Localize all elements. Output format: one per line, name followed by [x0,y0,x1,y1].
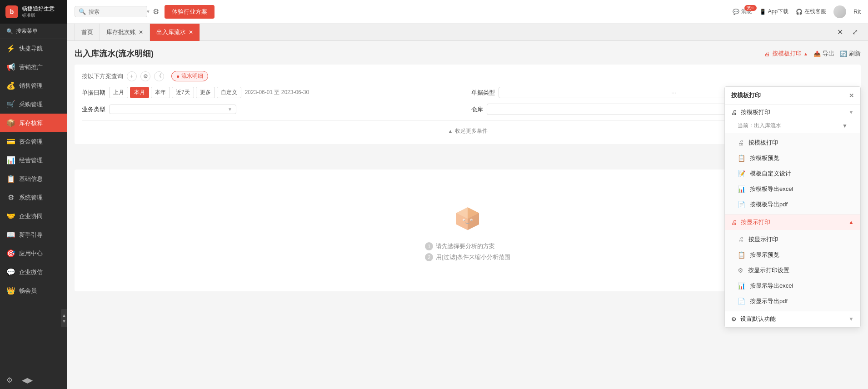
filter-add-btn[interactable]: + [127,71,137,81]
warehouse-label: 仓库 [471,105,483,114]
sidebar-item-guide[interactable]: 📖 新手引导 [0,225,67,244]
sidebar-search-label: 搜索菜单 [16,27,38,35]
sidebar-item-label: 资金管理 [19,138,43,146]
current-chevron: ▼ [842,123,848,129]
sidebar-nav: ⚡ 快捷导航 📢 营销推广 💰 销售管理 🛒 采购管理 📦 库存核算 💳 资金管… [0,39,67,371]
settings-bottom-icon[interactable]: ⚙ [6,376,13,384]
tab-flow[interactable]: 出入库流水 ✕ [150,24,200,41]
topbar-search-bar[interactable]: 🔍 ▼ [75,6,147,17]
search-dropdown-icon[interactable]: ▼ [146,9,150,14]
sidebar-item-sales[interactable]: 💰 销售管理 [0,76,67,95]
date-btn-this-month[interactable]: 本月 [130,87,149,98]
filter-collapse-btn[interactable]: 《 [154,71,164,81]
tab-home-label: 首页 [81,28,93,36]
topbar-gear-icon[interactable]: ⚙ [153,7,159,16]
tab-home[interactable]: 首页 [75,24,100,41]
trial-btn[interactable]: 体验行业方案 [165,5,215,19]
dropdown-section-display: 🖨 按显示打印 ▲ 🖨 按显示打印 📋 按显示预览 ⚙ [725,214,860,311]
display-pdf-item[interactable]: 📄 按显示导出pdf [725,294,860,309]
template-pdf-item[interactable]: 📄 按模板导出pdf [725,197,860,212]
sidebar-item-operations[interactable]: 📊 经营管理 [0,151,67,170]
date-btn-last-month[interactable]: 上月 [109,87,128,98]
display-preview-item[interactable]: 📋 按显示预览 [725,247,860,263]
close-all-tabs-btn[interactable]: ✕ [834,27,846,37]
tab-batch-close[interactable]: ✕ [139,29,143,35]
tab-flow-close[interactable]: ✕ [189,29,193,35]
sidebar-item-label: 采购管理 [19,100,43,109]
template-preview-item[interactable]: 📋 按模板预览 [725,150,860,166]
current-template-display: 当前：出入库流水 ▼ [725,120,860,133]
sidebar-item-basic[interactable]: 📋 基础信息 [0,170,67,188]
quick-nav-icon: ⚡ [6,44,15,53]
page-title: 出入库流水(流水明细) [75,48,154,59]
print-chevron-up: ▲ [803,51,808,56]
sidebar-item-wechat[interactable]: 💬 企业微信 [0,263,67,281]
template-section-title: 🖨 按模板打印 [731,108,770,116]
sidebar-item-collab[interactable]: 🤝 企业协同 [0,207,67,225]
date-btn-more[interactable]: 更多 [196,87,215,98]
date-filter-group: 单据日期 上月 本月 本年 近7天 更多 自定义 2023-06-01 至 20… [82,87,464,98]
date-btn-custom[interactable]: 自定义 [217,87,241,98]
dropdown-section-default: ⚙ 设置默认功能 ▼ [725,311,860,327]
empty-illustration [445,197,490,233]
refresh-btn[interactable]: 🔄 刷新 [840,50,861,58]
maximize-btn[interactable]: ⤢ [849,27,861,37]
online-service-label: 在线客服 [804,8,826,15]
print-template-btn[interactable]: 🖨 按模板打印 ▲ [764,50,808,58]
type-more-btn[interactable]: ··· [671,89,676,96]
template-customize-item[interactable]: 📝 模板自定义设计 [725,166,860,181]
display-excel-item[interactable]: 📊 按显示导出excel [725,278,860,294]
message-badge: 99+ [744,5,757,11]
topbar-search-input[interactable] [89,9,143,15]
sidebar-item-label: 企业协同 [19,212,43,220]
tabs-actions: ✕ ⤢ [834,27,861,37]
user-avatar[interactable] [833,5,846,18]
app-name: 畅捷通好生意 标准版 [22,5,55,19]
display-section-title: 🖨 按显示打印 [731,218,770,226]
display-print-item[interactable]: 🖨 按显示打印 [725,232,860,247]
template-chevron-icon: ▼ [848,109,854,115]
sidebar-item-label: 基础信息 [19,175,43,183]
sidebar-item-system[interactable]: ⚙ 系统管理 [0,188,67,207]
template-pdf-icon: 📄 [738,201,745,208]
template-print-item[interactable]: 🖨 按模板打印 [725,135,860,150]
biz-type-dropdown-icon: ▼ [228,107,232,112]
message-icon: 💬 [733,9,739,15]
sidebar-item-apps[interactable]: 🎯 应用中心 [0,244,67,263]
active-filter-tag[interactable]: ● 流水明细 [171,71,208,81]
sidebar-item-quick-nav[interactable]: ⚡ 快捷导航 [0,39,67,58]
dropdown-close-btn[interactable]: ✕ [849,92,854,99]
message-btn[interactable]: 💬 消息 99+ [733,8,752,15]
print-dropdown-panel: 按模板打印 ✕ 🖨 按模板打印 ▼ 当前：出入库流水 ▼ [724,86,861,328]
search-icon: 🔍 [6,28,13,35]
sidebar-item-label: 新手引导 [19,231,43,239]
page-header: 出入库流水(流水明细) 🖨 按模板打印 ▲ 📤 导出 🔄 刷新 [75,48,861,59]
sidebar-item-marketing[interactable]: 📢 营销推广 [0,58,67,76]
default-section-header[interactable]: ⚙ 设置默认功能 ▼ [725,311,860,327]
app-download-btn[interactable]: 📱 App下载 [759,8,788,15]
sidebar-bottom: ⚙ ◀▶ [0,371,67,389]
display-section-header[interactable]: 🖨 按显示打印 ▲ [725,214,860,230]
date-btn-last7[interactable]: 近7天 [172,87,194,98]
sidebar-search-menu[interactable]: 🔍 搜索菜单 [0,24,67,39]
sidebar-logo: b 畅捷通好生意 标准版 [0,0,67,24]
sidebar-item-purchase[interactable]: 🛒 采购管理 [0,95,67,114]
filter-settings-btn[interactable]: ⚙ [140,71,150,81]
display-settings-item[interactable]: ⚙ 按显示打印设置 [725,263,860,278]
headset-icon: 🎧 [796,9,803,15]
collapse-sidebar-icon[interactable]: ◀▶ [22,376,33,384]
date-btn-this-year[interactable]: 本年 [151,87,170,98]
template-excel-item[interactable]: 📊 按模板导出excel [725,181,860,197]
online-service-btn[interactable]: 🎧 在线客服 [796,8,826,15]
sidebar-item-finance[interactable]: 💳 资金管理 [0,132,67,151]
display-submenu: 🖨 按显示打印 📋 按显示预览 ⚙ 按显示打印设置 📊 按显示导出excel [725,230,860,311]
biz-type-select[interactable]: ▼ [109,105,236,114]
template-section-header[interactable]: 🖨 按模板打印 ▼ [725,105,860,120]
topbar: 🔍 ▼ ⚙ 体验行业方案 💬 消息 99+ 📱 App下载 🎧 在线客服 [67,0,868,24]
sidebar: b 畅捷通好生意 标准版 🔍 搜索菜单 ⚡ 快捷导航 📢 营销推广 💰 销售管理… [0,0,67,389]
sidebar-item-member[interactable]: 👑 畅会员 [0,281,67,300]
export-btn[interactable]: 📤 导出 [813,50,834,58]
sidebar-item-inventory[interactable]: 📦 库存核算 [0,114,67,132]
sidebar-scroll-indicator[interactable]: ▲ ▼ [61,309,67,327]
tab-batch[interactable]: 库存批次账 ✕ [100,24,150,41]
